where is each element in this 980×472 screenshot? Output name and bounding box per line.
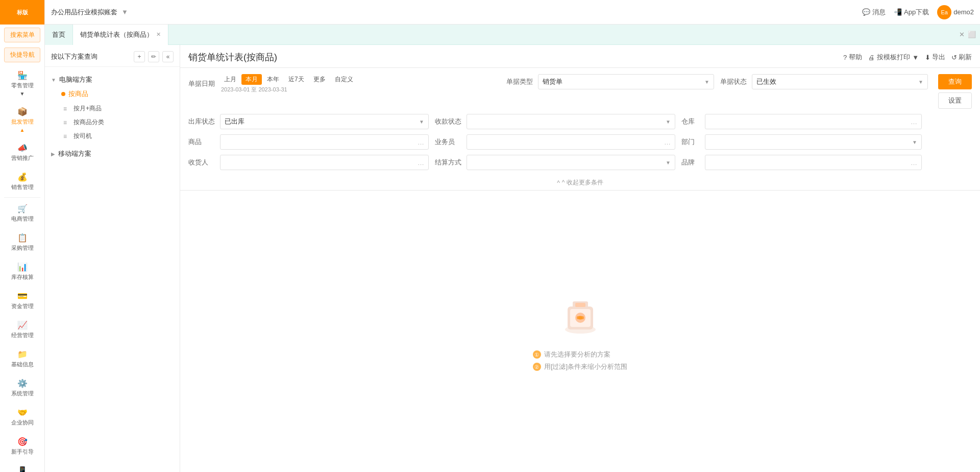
- pc-group-header[interactable]: ▼ 电脑端方案: [51, 73, 174, 86]
- help-icon: ?: [843, 54, 847, 61]
- sidebar-item-ecommerce[interactable]: 🛒 电商管理: [0, 199, 44, 228]
- product-dots[interactable]: …: [418, 138, 424, 146]
- topbar-arrow[interactable]: ▼: [121, 8, 128, 16]
- appcenter-icon: 📱: [17, 466, 28, 472]
- settle-method-select[interactable]: ▼: [467, 155, 675, 170]
- sidebar-item-system[interactable]: ⚙️ 系统管理: [0, 373, 44, 403]
- mobile-group-arrow: ▶: [51, 151, 55, 157]
- doc-status-select[interactable]: 已生效 ▼: [752, 74, 928, 89]
- sidebar-item-operation[interactable]: 📈 经营管理: [0, 315, 44, 344]
- tip-2-num: ②: [533, 363, 541, 371]
- message-button[interactable]: 💬 消息: [862, 8, 886, 17]
- ecommerce-icon: 🛒: [17, 204, 28, 214]
- filter-add-button[interactable]: +: [134, 51, 145, 62]
- doc-type-select[interactable]: 销货单 ▼: [538, 74, 714, 89]
- sidebar-item-label-basic: 基础信息: [11, 361, 34, 368]
- tab-close-window-icon[interactable]: ✕: [959, 31, 965, 38]
- sidebar-item-sales[interactable]: 💰 销售管理: [0, 167, 44, 196]
- collapse-bar[interactable]: ^ ^ 收起更多条件: [188, 175, 972, 190]
- date-tag-custom[interactable]: 自定义: [331, 74, 357, 85]
- filter-item-by-month-product[interactable]: ≡ 按月+商品: [51, 102, 174, 115]
- filter-item-by-product[interactable]: 按商品: [51, 86, 174, 102]
- recv-status-select[interactable]: ▼: [467, 114, 675, 129]
- date-control: 上月 本月 本年 近7天 更多 自定义 2023-03-01 至 2023-03…: [220, 74, 500, 93]
- recipient-dots[interactable]: …: [418, 159, 424, 167]
- message-icon: 💬: [862, 8, 870, 16]
- tab-sales-stat[interactable]: 销货单统计表（按商品） ✕: [73, 25, 168, 45]
- logo-text: 标版: [17, 9, 28, 16]
- sidebar-item-label-system: 系统管理: [11, 390, 34, 397]
- doc-type-value: 销货单: [543, 77, 704, 86]
- export-label: 导出: [932, 53, 945, 62]
- salesman-dots[interactable]: …: [664, 138, 671, 146]
- user-profile[interactable]: Ea demo2: [937, 5, 974, 19]
- sidebar-item-label-purchase: 采购管理: [11, 244, 34, 252]
- filter-collapse-button[interactable]: «: [162, 51, 174, 62]
- retail-icon: 🏪: [17, 70, 28, 80]
- help-label: 帮助: [849, 53, 862, 62]
- tab-close-icon[interactable]: ✕: [156, 31, 161, 38]
- help-button[interactable]: ? 帮助: [843, 53, 862, 62]
- recv-status-arrow: ▼: [666, 119, 671, 125]
- out-status-arrow: ▼: [419, 119, 424, 125]
- filter-item-by-product-label: 按商品: [68, 89, 88, 99]
- search-menu-button[interactable]: 搜索菜单: [4, 28, 40, 42]
- tab-sales-stat-label: 销货单统计表（按商品）: [80, 30, 153, 39]
- tip-1-text: 请先选择要分析的方案: [544, 350, 610, 359]
- filter-item-by-driver[interactable]: ≡ 按司机: [51, 129, 174, 143]
- sidebar-divider-1: [4, 197, 40, 198]
- right-content: 销货单统计表(按商品) ? 帮助 🖨 按模板打印 ▼ ⬇ 导出: [180, 45, 980, 472]
- brand-input[interactable]: …: [705, 155, 922, 170]
- query-button[interactable]: 查询: [938, 74, 972, 89]
- template-print-button[interactable]: 🖨 按模板打印 ▼: [868, 53, 919, 62]
- date-tag-last-month[interactable]: 上月: [220, 74, 240, 85]
- date-tag-this-month[interactable]: 本月: [241, 74, 262, 85]
- filter-row-2: 出库状态 已出库 ▼ 收款状态 ▼ 仓库: [188, 114, 972, 129]
- mobile-group-header[interactable]: ▶ 移动端方案: [51, 147, 174, 160]
- out-status-select[interactable]: 已出库 ▼: [220, 114, 429, 129]
- brand-dots[interactable]: …: [911, 159, 917, 167]
- sidebar-item-basic[interactable]: 📁 基础信息: [0, 344, 44, 373]
- out-status-label: 出库状态: [188, 117, 217, 126]
- sidebar-item-purchase[interactable]: 📋 采购管理: [0, 228, 44, 257]
- app-download-button[interactable]: 📲 App下载: [894, 8, 929, 17]
- sidebar-item-retail[interactable]: 🏪 零售管理 ▼: [0, 65, 44, 102]
- finance-icon: 💳: [17, 291, 28, 301]
- sidebar-item-finance[interactable]: 💳 资金管理: [0, 286, 44, 315]
- tab-maximize-icon[interactable]: ⬜: [968, 31, 976, 38]
- product-input[interactable]: …: [220, 134, 429, 150]
- filter-edit-button[interactable]: ✏: [148, 51, 159, 62]
- tab-home[interactable]: 首页: [45, 25, 73, 45]
- sidebar-item-newuser[interactable]: 🎯 新手引导: [0, 432, 44, 461]
- sidebar-item-marketing[interactable]: 📣 营销推广: [0, 138, 44, 167]
- warehouse-dots[interactable]: …: [911, 118, 917, 126]
- export-button[interactable]: ⬇ 导出: [925, 53, 945, 62]
- date-tag-7days[interactable]: 近7天: [284, 74, 308, 85]
- sidebar-item-wholesale[interactable]: 📦 批发管理 ▲: [0, 102, 44, 138]
- main-area: 办公用品行业模拟账套 ▼ 💬 消息 📲 App下载 Ea demo2 首页: [45, 0, 980, 472]
- content-area: 按以下方案查询 + ✏ « ▼ 电脑端方案 按商品: [45, 45, 980, 472]
- salesman-input[interactable]: …: [467, 134, 675, 150]
- recipient-input[interactable]: …: [220, 155, 429, 170]
- setting-button[interactable]: 设置: [938, 92, 972, 109]
- sidebar-item-label-operation: 经营管理: [11, 332, 34, 339]
- filter-item-by-month-product-label: 按月+商品: [74, 104, 102, 113]
- quicknav-button[interactable]: 快捷导航: [4, 48, 40, 62]
- sidebar-item-inventory[interactable]: 📊 库存核算: [0, 257, 44, 286]
- dept-select[interactable]: ▼: [705, 134, 922, 150]
- date-tag-this-year[interactable]: 本年: [263, 74, 283, 85]
- brand-label: 品牌: [681, 158, 702, 167]
- warehouse-input[interactable]: …: [705, 114, 922, 129]
- tip-2-text: 用[过滤]条件来缩小分析范围: [544, 362, 627, 371]
- refresh-button[interactable]: ↺ 刷新: [951, 53, 972, 62]
- recv-status-field: 收款状态 ▼: [435, 114, 675, 129]
- sidebar-item-appcenter[interactable]: 📱 应用中心: [0, 461, 44, 472]
- filter-item-by-category[interactable]: ≡ 按商品分类: [51, 115, 174, 129]
- date-tag-more[interactable]: 更多: [309, 74, 330, 85]
- sidebar-item-corp[interactable]: 🤝 企业协同: [0, 403, 44, 432]
- app-download-icon: 📲: [894, 8, 902, 16]
- filter-form: 单据日期 上月 本月 本年 近7天 更多 自定义 2023-03-01 至 20…: [180, 68, 980, 191]
- tabbar-actions: ✕ ⬜: [959, 31, 980, 38]
- sidebar-item-label-inventory: 库存核算: [11, 273, 34, 281]
- tabbar: 首页 销货单统计表（按商品） ✕ ✕ ⬜: [45, 25, 980, 45]
